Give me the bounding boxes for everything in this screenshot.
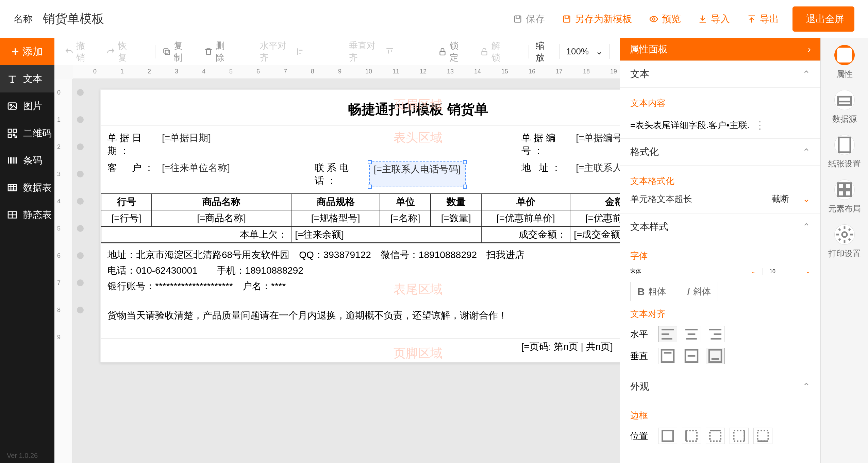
sidebar-item-statictable[interactable]: 静态表 [0, 201, 54, 228]
tail-text-line[interactable]: 货物当天请验收清楚，产品质量问题请在一个月内退换，逾期概不负责，还望谅解，谢谢合… [107, 308, 620, 323]
border-right-button[interactable] [730, 428, 749, 444]
add-button[interactable]: + 添加 [0, 38, 54, 65]
v-align-button[interactable]: 垂直对齐 [349, 40, 397, 64]
table-header-cell[interactable]: 商品名称 [152, 194, 291, 210]
unlock-button[interactable]: 解锁 [480, 40, 508, 64]
tail-section[interactable]: 表尾区域 地址：北京市海淀区北清路68号用友软件园 QQ：393879122 微… [100, 243, 620, 339]
undo-button[interactable]: 撤销 [65, 40, 93, 64]
zoom-select[interactable]: 100%⌄ [560, 44, 610, 59]
dock-item-2[interactable]: 纸张设置 [828, 135, 862, 169]
v-align-top-button[interactable] [658, 348, 677, 364]
import-button[interactable]: 导入 [698, 13, 730, 25]
font-size-select[interactable]: 10⌄ [763, 268, 810, 275]
dock-item-4[interactable]: 打印设置 [828, 224, 862, 259]
redo-button[interactable]: 恢复 [106, 40, 135, 64]
lock-button[interactable]: 锁定 [438, 40, 466, 64]
border-left-button[interactable] [682, 428, 701, 444]
field-value[interactable]: [=往来单位名称] [162, 161, 230, 187]
save-as-button[interactable]: 另存为新模板 [562, 13, 632, 25]
v-align-middle-button[interactable] [682, 348, 701, 364]
sidebar-item-qrcode[interactable]: 二维码 [0, 120, 54, 147]
template-title[interactable]: 畅捷通打印模板 销货单 [107, 90, 620, 125]
exit-fullscreen-button[interactable]: 退出全屏 [792, 6, 854, 32]
h-align-center-button[interactable] [682, 326, 701, 342]
table-header-cell[interactable]: 金额 [570, 194, 620, 210]
tail-text-line[interactable]: 地址：北京市海淀区北清路68号用友软件园 QQ：393879122 微信号：18… [107, 247, 620, 263]
page-margin-section[interactable]: 页眉区域 畅捷通打印模板 销货单 [100, 89, 620, 126]
section-handles [77, 89, 84, 334]
table-header-cell[interactable]: 数量 [431, 194, 481, 210]
table-header-cell[interactable]: 商品规格 [291, 194, 380, 210]
font-label: 字体 [630, 250, 810, 262]
selection-handle[interactable] [463, 185, 467, 189]
field-value[interactable]: [=单据编号] [576, 132, 620, 157]
field-value[interactable]: [=单据日期] [162, 132, 211, 157]
sidebar-item-text[interactable]: 文本 [0, 65, 54, 92]
text-content-field[interactable]: =表头表尾详细字段.客户•主联. ⋮ [630, 115, 810, 135]
field-value[interactable]: [=主联系人地址] [576, 161, 620, 187]
template-page[interactable]: 页眉区域 畅捷通打印模板 销货单 表头区域 单据日期：[=单据日期]单据编号：[… [100, 89, 620, 363]
border-bottom-button[interactable] [753, 428, 772, 444]
section-dot[interactable] [77, 225, 84, 232]
data-table[interactable]: 行号商品名称商品规格单位数量单价金额备注 [=行号][=商品名称][=规格型号]… [101, 193, 620, 243]
table-data-cell[interactable]: [=优惠前金额] [570, 210, 620, 226]
tail-text-line[interactable]: 电话：010-62430001 手机：18910888292 [107, 263, 620, 278]
table-section[interactable]: 行号商品名称商品规格单位数量单价金额备注 [=行号][=商品名称][=规格型号]… [100, 193, 620, 243]
selection-handle[interactable] [463, 160, 467, 164]
selection-handle[interactable] [368, 160, 372, 164]
font-family-select[interactable]: 宋体⌄ [630, 268, 763, 275]
h-align-left-button[interactable] [658, 326, 677, 342]
section-style[interactable]: 文本样式⌃ [620, 213, 820, 240]
tail-text-line[interactable]: 银行账号：********************* 户名：**** [107, 278, 620, 294]
dock-item-3[interactable]: 元素布局 [828, 179, 862, 214]
section-dot[interactable] [77, 89, 84, 96]
sidebar-item-barcode[interactable]: 条码 [0, 147, 54, 174]
border-all-button[interactable] [658, 428, 677, 444]
table-data-cell[interactable]: [=行号] [101, 210, 152, 226]
border-top-button[interactable] [706, 428, 725, 444]
v-align-bottom-button[interactable] [706, 348, 725, 364]
panel-title-bar[interactable]: 属性面板 › [620, 38, 820, 61]
tail-text-line[interactable] [107, 294, 620, 308]
bold-button[interactable]: B粗体 [630, 282, 673, 301]
delete-button[interactable]: 删除 [204, 40, 232, 64]
table-data-cell[interactable]: [=商品名称] [152, 210, 291, 226]
section-text[interactable]: 文本⌃ [620, 61, 820, 88]
italic-button[interactable]: I斜体 [680, 282, 718, 301]
table-header-cell[interactable]: 行号 [101, 194, 152, 210]
section-dot[interactable] [77, 252, 84, 259]
section-dot[interactable] [77, 307, 84, 313]
page-number-field[interactable]: [=页码: 第n页 | 共n页] [521, 340, 613, 353]
section-dot[interactable] [77, 116, 84, 123]
table-data-cell[interactable]: [=规格型号] [291, 210, 380, 226]
section-dot[interactable] [77, 198, 84, 205]
table-data-cell[interactable]: [=优惠前单价] [481, 210, 570, 226]
table-data-cell[interactable]: [=名称] [380, 210, 431, 226]
canvas-viewport[interactable]: 页眉区域 畅捷通打印模板 销货单 表头区域 单据日期：[=单据日期]单据编号：[… [73, 79, 620, 463]
section-dot[interactable] [77, 171, 84, 177]
h-align-right-button[interactable] [706, 326, 725, 342]
preview-button[interactable]: 预览 [649, 13, 681, 25]
dock-item-1[interactable]: 数据源 [828, 90, 862, 124]
sidebar-item-image[interactable]: 图片 [0, 92, 54, 120]
overflow-field[interactable]: 单元格文本超长 截断⌄ [630, 193, 810, 205]
save-button[interactable]: 保存 [513, 13, 545, 25]
section-dot[interactable] [77, 279, 84, 286]
section-appearance[interactable]: 外观⌃ [620, 373, 820, 400]
footer-section[interactable]: 页脚区域 [=页码: 第n页 | 共n页] [100, 339, 620, 362]
field-value[interactable]: [=主联系人电话号码] [369, 161, 466, 187]
copy-button[interactable]: 复制 [162, 40, 190, 64]
table-header-cell[interactable]: 单位 [380, 194, 431, 210]
table-header-cell[interactable]: 单价 [481, 194, 570, 210]
template-name[interactable]: 销货单模板 [43, 11, 104, 27]
selection-handle[interactable] [368, 185, 372, 189]
table-data-cell[interactable]: [=数量] [431, 210, 481, 226]
section-format[interactable]: 格式化⌃ [620, 138, 820, 166]
more-icon[interactable]: ⋮ [754, 119, 765, 132]
header-section[interactable]: 表头区域 单据日期：[=单据日期]单据编号：[=单据编号]客 户：[=往来单位名… [100, 126, 620, 193]
dock-item-0[interactable]: 属性 [828, 45, 862, 80]
h-align-button[interactable]: 水平对齐 [260, 40, 308, 64]
section-dot[interactable] [77, 143, 84, 150]
export-button[interactable]: 导出 [747, 13, 779, 25]
sidebar-item-datatable[interactable]: 数据表 [0, 174, 54, 201]
